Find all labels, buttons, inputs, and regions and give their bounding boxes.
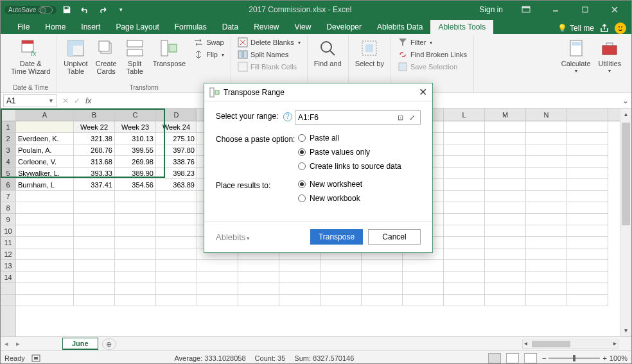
sheet-tab-active[interactable]: June	[62, 338, 98, 350]
flip-button[interactable]: Flip▾	[191, 49, 227, 60]
cell[interactable]	[197, 260, 238, 272]
create-cards-button[interactable]: Create Cards	[93, 37, 119, 76]
row-header[interactable]: 6	[1, 179, 15, 191]
cell[interactable]	[197, 272, 238, 283]
tab-review[interactable]: Review	[246, 20, 286, 34]
dialog-close-button[interactable]: ✕	[419, 86, 427, 98]
cell[interactable]	[485, 133, 526, 144]
add-sheet-button[interactable]: ⊕	[102, 338, 116, 350]
cell[interactable]	[320, 272, 362, 283]
cell[interactable]: Week 23	[115, 121, 156, 133]
delete-blanks-button[interactable]: Delete Blanks▾	[235, 37, 303, 48]
cell[interactable]	[74, 272, 115, 283]
cell[interactable]	[74, 248, 115, 260]
cell[interactable]	[567, 214, 608, 225]
row-header[interactable]: 13	[1, 260, 15, 272]
cell[interactable]	[444, 295, 485, 306]
cell[interactable]	[485, 168, 526, 179]
tab-data[interactable]: Data	[215, 20, 246, 34]
radio-paste-values[interactable]: Paste values only	[298, 148, 421, 157]
row-header[interactable]: 8	[1, 202, 15, 214]
macro-icon[interactable]	[31, 354, 40, 362]
redo-button[interactable]	[95, 2, 110, 17]
cell[interactable]	[279, 283, 320, 295]
cell[interactable]	[362, 283, 403, 295]
cell[interactable]	[16, 214, 74, 225]
save-selection-button[interactable]: Save Selection	[395, 61, 470, 73]
cell[interactable]: 269.98	[115, 156, 156, 168]
cell[interactable]	[485, 237, 526, 248]
tell-me[interactable]: 💡 Tell me	[557, 24, 594, 33]
cell[interactable]	[16, 295, 74, 306]
cell[interactable]	[444, 144, 485, 156]
cell[interactable]	[115, 214, 156, 225]
cell[interactable]	[156, 272, 197, 283]
cell[interactable]	[74, 191, 115, 202]
cell[interactable]	[16, 260, 74, 272]
cell[interactable]	[567, 144, 608, 156]
cell[interactable]	[74, 237, 115, 248]
scroll-thumb[interactable]	[622, 123, 630, 225]
radio-paste-links[interactable]: Create links to source data	[298, 162, 421, 171]
cell[interactable]	[320, 295, 362, 306]
cell[interactable]: Week 22	[74, 121, 115, 133]
cell[interactable]	[485, 248, 526, 260]
scroll-down-icon[interactable]: ▾	[620, 325, 631, 336]
view-normal-button[interactable]	[488, 353, 501, 363]
cell[interactable]	[403, 260, 444, 272]
row-header[interactable]: 7	[1, 191, 15, 202]
cell[interactable]	[526, 121, 567, 133]
cell[interactable]: Everdeen, K.	[16, 133, 74, 144]
close-button[interactable]	[601, 1, 629, 19]
share-icon[interactable]	[599, 23, 610, 33]
cell[interactable]	[238, 260, 279, 272]
cell[interactable]	[567, 260, 608, 272]
cell[interactable]	[567, 179, 608, 191]
cell[interactable]	[526, 168, 567, 179]
cell[interactable]	[526, 214, 567, 225]
column-header[interactable]: D	[156, 108, 197, 121]
fill-blank-button[interactable]: Fill Blank Cells	[235, 61, 303, 73]
cell[interactable]	[485, 272, 526, 283]
select-by-button[interactable]: Select by	[353, 37, 387, 69]
column-header[interactable]: N	[526, 108, 567, 121]
cell[interactable]	[444, 191, 485, 202]
cell[interactable]	[567, 168, 608, 179]
date-time-wizard-button[interactable]: fx Date & Time Wizard	[8, 37, 53, 76]
cell[interactable]	[74, 283, 115, 295]
cell[interactable]	[74, 295, 115, 306]
column-header[interactable]: L	[444, 108, 485, 121]
tab-view[interactable]: View	[287, 20, 319, 34]
fx-icon[interactable]: fx	[85, 96, 91, 105]
cell[interactable]	[156, 248, 197, 260]
cancel-button[interactable]: Cancel	[368, 229, 421, 245]
cell[interactable]: 389.90	[115, 168, 156, 179]
horizontal-scrollbar[interactable]: ◂ ▸	[522, 340, 619, 349]
name-box[interactable]: A1 ▼	[3, 94, 57, 107]
cell[interactable]: Burnham, L	[16, 179, 74, 191]
cell[interactable]	[444, 156, 485, 168]
cell[interactable]	[156, 191, 197, 202]
cell[interactable]	[567, 191, 608, 202]
cell[interactable]	[526, 283, 567, 295]
cell[interactable]: 321.38	[74, 133, 115, 144]
tab-file[interactable]: File	[10, 20, 37, 34]
cell[interactable]	[485, 225, 526, 237]
cell[interactable]	[115, 283, 156, 295]
expand-formula-bar[interactable]: ⌄	[620, 96, 631, 105]
cell[interactable]	[156, 225, 197, 237]
tab-home[interactable]: Home	[37, 20, 73, 34]
zoom-slider[interactable]	[549, 358, 600, 359]
cell[interactable]	[74, 214, 115, 225]
calculate-button[interactable]: Calculate▾	[559, 37, 593, 76]
cell[interactable]	[485, 191, 526, 202]
radio-new-worksheet[interactable]: New worksheet	[298, 180, 421, 189]
view-page-layout-button[interactable]	[506, 353, 519, 363]
hscroll-thumb[interactable]	[532, 341, 570, 347]
cell[interactable]	[444, 225, 485, 237]
cell[interactable]: 337.41	[74, 179, 115, 191]
range-input-field[interactable]	[298, 113, 394, 122]
collapse-range-icon[interactable]: ⊡	[394, 114, 406, 122]
autosave-toggle[interactable]: AutoSave	[4, 6, 57, 14]
find-broken-links-button[interactable]: Find Broken Links	[395, 49, 470, 60]
